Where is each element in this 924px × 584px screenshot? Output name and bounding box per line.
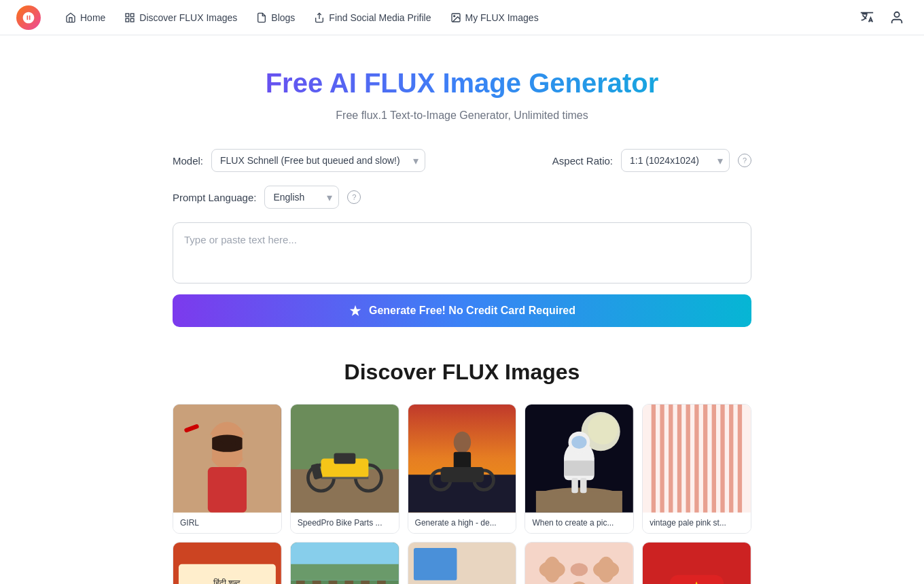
classroom-image <box>408 543 516 584</box>
share-icon <box>314 12 325 23</box>
translate-icon <box>859 10 874 25</box>
image-icon <box>450 12 461 23</box>
svg-rect-10 <box>208 467 247 513</box>
svg-rect-38 <box>565 461 594 476</box>
svg-point-95 <box>571 563 588 576</box>
image-grid-row2: हिंदी शब्द रेस्टोरेंट <box>173 542 751 584</box>
svg-rect-48 <box>677 405 681 513</box>
svg-rect-46 <box>660 405 664 513</box>
svg-point-27 <box>453 432 470 453</box>
home-icon <box>65 12 76 23</box>
svg-rect-76 <box>414 548 457 581</box>
aspect-ratio-control-row: Aspect Ratio: 1:1 (1024x1024) 16:9 (1024… <box>552 149 751 172</box>
grid-icon <box>124 12 135 23</box>
svg-point-34 <box>588 414 618 444</box>
svg-text:हिंदी शब्द: हिंदी शब्द <box>213 577 241 584</box>
svg-point-6 <box>453 15 455 16</box>
image-card-8[interactable] <box>525 542 634 584</box>
discover-title: Discover FLUX Images <box>173 360 751 385</box>
svg-point-39 <box>572 436 587 449</box>
image-card-6[interactable] <box>290 542 399 584</box>
prompt-language-select-wrapper: English Spanish French German Chinese ▾ <box>264 186 339 209</box>
nav-item-discover[interactable]: Discover FLUX Images <box>116 8 245 27</box>
aspect-ratio-help-button[interactable]: ? <box>738 154 751 167</box>
image-card-0[interactable]: GIRL <box>173 404 282 534</box>
aspect-ratio-select-wrapper: 1:1 (1024x1024) 16:9 (1024x576) 9:16 (57… <box>621 149 730 172</box>
image-card-5[interactable]: हिंदी शब्द रेस्टोरेंट <box>173 542 282 584</box>
logo-icon <box>22 11 35 24</box>
navigation: Home Discover FLUX Images Blogs Find Soc… <box>0 0 924 35</box>
user-icon <box>889 10 904 25</box>
svg-rect-45 <box>652 405 656 513</box>
user-menu-button[interactable] <box>886 7 908 29</box>
svg-rect-0 <box>126 14 129 17</box>
red-hat-image <box>643 543 751 584</box>
nav-item-social[interactable]: Find Social Media Prifile <box>306 8 439 27</box>
svg-rect-54 <box>729 405 733 513</box>
nav-right-actions <box>856 7 908 29</box>
model-select-wrapper: FLUX Schnell (Free but queued and slow!)… <box>211 149 425 172</box>
bike-image <box>291 405 399 513</box>
svg-rect-47 <box>669 405 673 513</box>
prompt-textarea[interactable] <box>173 222 751 284</box>
prompt-language-control-row: Prompt Language: English Spanish French … <box>173 186 751 209</box>
image-card-label-0: GIRL <box>173 513 281 533</box>
prompt-language-select[interactable]: English Spanish French German Chinese <box>264 186 339 209</box>
svg-point-88 <box>598 556 615 582</box>
svg-rect-50 <box>694 405 698 513</box>
nav-links: Home Discover FLUX Images Blogs Find Soc… <box>57 8 856 27</box>
girl-image <box>173 405 281 513</box>
aspect-ratio-label: Aspect Ratio: <box>552 155 613 167</box>
nav-item-home[interactable]: Home <box>57 8 113 27</box>
main-content: Free AI FLUX Image Generator Free flux.1… <box>156 35 768 584</box>
floral-image <box>525 543 633 584</box>
app-logo[interactable] <box>16 5 41 30</box>
svg-rect-3 <box>126 18 129 22</box>
file-icon <box>256 12 267 23</box>
nav-item-my-images[interactable]: My FLUX Images <box>442 8 547 27</box>
svg-point-11 <box>208 434 247 451</box>
svg-rect-41 <box>536 491 622 513</box>
image-card-9[interactable] <box>642 542 751 584</box>
svg-point-86 <box>544 556 561 582</box>
model-control-row: Model: FLUX Schnell (Free but queued and… <box>173 149 425 172</box>
svg-rect-52 <box>712 405 716 513</box>
image-card-label-1: SpeedPro Bike Parts ... <box>291 513 399 533</box>
prompt-language-help-button[interactable]: ? <box>347 190 361 204</box>
svg-point-15 <box>232 441 236 445</box>
page-title: Free AI FLUX Image Generator <box>173 68 751 99</box>
svg-point-14 <box>219 441 223 445</box>
spark-icon <box>349 304 362 317</box>
image-card-label-3: When to create a pic... <box>525 513 633 533</box>
image-card-4[interactable]: vintage pale pink st... <box>642 404 751 534</box>
svg-rect-12 <box>206 434 213 458</box>
hindi-sign-image: हिंदी शब्द रेस्टोरेंट <box>173 543 281 584</box>
image-card-label-4: vintage pale pink st... <box>643 513 751 533</box>
svg-rect-2 <box>131 18 135 22</box>
image-card-3[interactable]: When to create a pic... <box>525 404 634 534</box>
svg-rect-1 <box>131 14 135 17</box>
svg-rect-51 <box>703 405 707 513</box>
translate-button[interactable] <box>856 7 878 29</box>
aspect-ratio-select[interactable]: 1:1 (1024x1024) 16:9 (1024x576) 9:16 (57… <box>621 149 730 172</box>
svg-rect-22 <box>334 453 355 464</box>
generate-button[interactable]: Generate Free! No Credit Card Required <box>173 294 751 327</box>
svg-rect-13 <box>243 434 249 458</box>
woman-motorcycle-image <box>408 405 516 513</box>
nav-item-blogs[interactable]: Blogs <box>248 8 303 27</box>
svg-rect-55 <box>738 405 742 513</box>
image-card-1[interactable]: SpeedPro Bike Parts ... <box>290 404 399 534</box>
pink-stripes-image <box>643 405 751 513</box>
page-subtitle: Free flux.1 Text-to-Image Generator, Unl… <box>173 109 751 122</box>
model-select[interactable]: FLUX Schnell (Free but queued and slow!)… <box>211 149 425 172</box>
svg-rect-53 <box>721 405 725 513</box>
image-card-2[interactable]: Generate a high - de... <box>408 404 517 534</box>
model-label: Model: <box>173 155 203 167</box>
svg-rect-42 <box>572 478 579 493</box>
svg-rect-73 <box>291 564 399 581</box>
image-card-7[interactable] <box>408 542 517 584</box>
svg-rect-43 <box>580 478 587 493</box>
fence-image <box>291 543 399 584</box>
svg-point-7 <box>894 12 899 16</box>
svg-rect-31 <box>440 467 484 482</box>
